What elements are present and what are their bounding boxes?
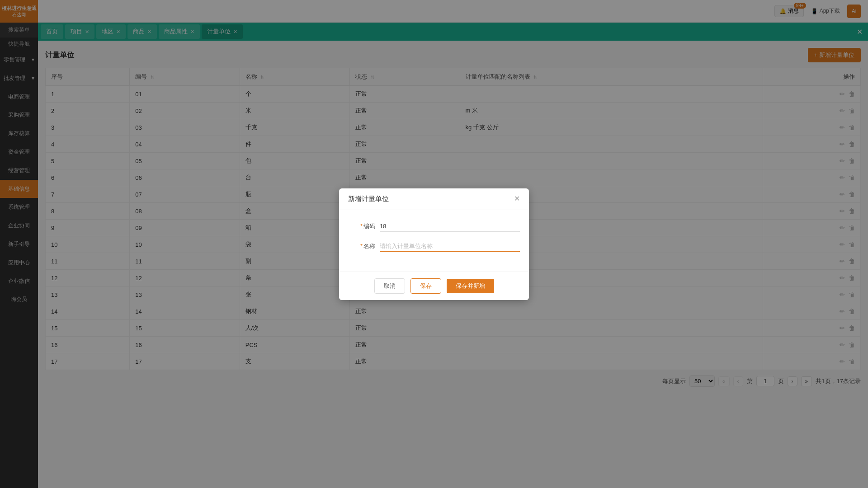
name-input[interactable] bbox=[380, 241, 520, 252]
name-label: *名称 bbox=[348, 242, 375, 250]
form-row-name: *名称 bbox=[348, 241, 520, 252]
code-label: *编码 bbox=[348, 222, 375, 230]
form-row-code: *编码 bbox=[348, 221, 520, 232]
save-and-add-button[interactable]: 保存并新增 bbox=[447, 279, 494, 293]
dialog-title: 新增计量单位 bbox=[348, 195, 389, 203]
dialog-body: *编码 *名称 bbox=[339, 210, 529, 272]
dialog-close-button[interactable]: ✕ bbox=[514, 195, 520, 202]
dialog-header: 新增计量单位 ✕ bbox=[339, 188, 529, 210]
save-button[interactable]: 保存 bbox=[410, 278, 441, 294]
modal-overlay: 新增计量单位 ✕ *编码 *名称 取消 保存 保存并新增 bbox=[0, 0, 868, 488]
code-input[interactable] bbox=[380, 221, 520, 232]
cancel-button[interactable]: 取消 bbox=[374, 278, 405, 294]
dialog-footer: 取消 保存 保存并新增 bbox=[339, 272, 529, 300]
add-unit-dialog: 新增计量单位 ✕ *编码 *名称 取消 保存 保存并新增 bbox=[339, 188, 529, 300]
